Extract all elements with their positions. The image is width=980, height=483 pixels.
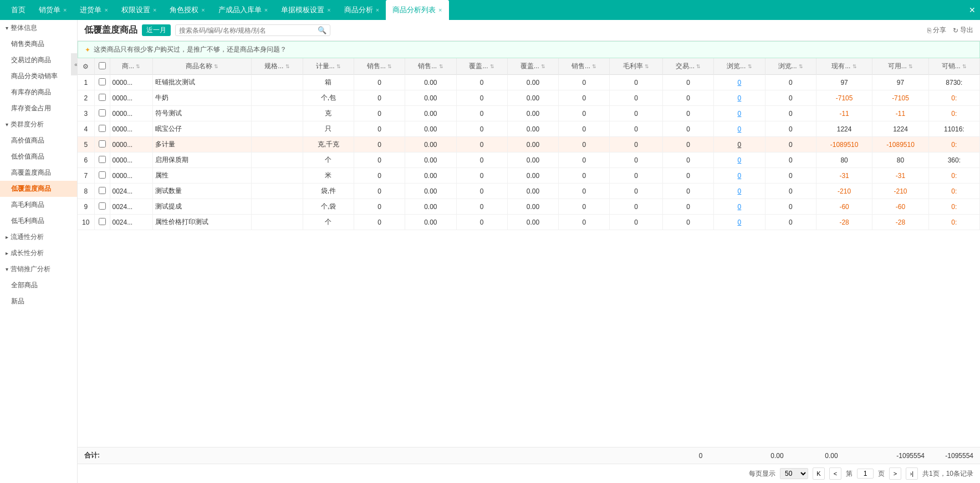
row-browse1[interactable]: 0	[714, 106, 765, 121]
current-page-input[interactable]	[857, 469, 874, 479]
share-icon: ⎘	[927, 27, 931, 34]
row-browse1[interactable]: 0	[714, 75, 765, 90]
row-select-checkbox[interactable]	[99, 140, 106, 148]
checkbox-th[interactable]	[94, 58, 110, 75]
close-icon[interactable]: ×	[438, 7, 442, 13]
chevron-down-icon: ▾	[6, 121, 8, 128]
row-checkbox[interactable]	[94, 168, 110, 184]
row-browse1[interactable]: 0	[714, 121, 765, 137]
row-select-checkbox[interactable]	[99, 171, 106, 179]
sidebar-item-low-value[interactable]: 低价值商品	[0, 149, 77, 165]
row-browse1[interactable]: 0	[714, 90, 765, 106]
row-browse1[interactable]: 0	[714, 137, 765, 152]
nav-sales-order[interactable]: 销货单 ×	[32, 0, 73, 20]
sidebar-collapse-button[interactable]: «	[71, 53, 78, 75]
row-checkbox[interactable]	[94, 184, 110, 199]
sidebar-item-all-products[interactable]: 全部商品	[0, 277, 77, 293]
th-cov2: 覆盖... ⇅	[507, 58, 558, 75]
prev-page-button[interactable]: <	[829, 467, 841, 480]
row-checkbox[interactable]	[94, 152, 110, 168]
row-checkbox[interactable]	[94, 137, 110, 152]
row-browse1[interactable]: 0	[714, 184, 765, 199]
per-page-select[interactable]: 50 10 20 100	[780, 468, 808, 479]
search-input[interactable]	[179, 27, 318, 34]
search-box[interactable]: 🔍	[175, 24, 330, 36]
next-page-button[interactable]: >	[889, 467, 901, 480]
select-all-checkbox[interactable]	[99, 62, 106, 69]
row-stock3: 0:	[928, 184, 979, 199]
export-button[interactable]: ↻ 导出	[953, 26, 973, 35]
settings-th[interactable]: ⚙	[78, 58, 94, 75]
close-icon[interactable]: ×	[327, 7, 330, 13]
row-select-checkbox[interactable]	[99, 156, 106, 163]
sidebar-item-high-margin[interactable]: 高毛利商品	[0, 197, 77, 213]
search-icon[interactable]: 🔍	[318, 26, 326, 34]
sidebar-item-new-products[interactable]: 新品	[0, 293, 77, 309]
pagination-bar: 每页显示 50 10 20 100 K < 第 页 > ›| 共1页，10条记录	[78, 464, 980, 483]
close-icon[interactable]: ×	[201, 7, 205, 13]
row-select-checkbox[interactable]	[99, 218, 106, 225]
row-select-checkbox[interactable]	[99, 78, 106, 85]
row-trade: 0	[663, 215, 714, 230]
th-margin: 毛利率 ⇅	[610, 58, 663, 75]
nav-home[interactable]: 首页	[4, 0, 32, 20]
close-all-tabs-icon[interactable]: ✕	[969, 6, 976, 14]
nav-purchase-order[interactable]: 进货单 ×	[73, 0, 114, 20]
nav-role-auth[interactable]: 角色授权 ×	[163, 0, 211, 20]
row-select-checkbox[interactable]	[99, 125, 106, 132]
row-browse1[interactable]: 0	[714, 199, 765, 215]
sidebar-item-low-coverage[interactable]: 低覆盖度商品	[0, 181, 77, 197]
first-page-button[interactable]: K	[813, 467, 825, 480]
row-browse1[interactable]: 0	[714, 152, 765, 168]
close-icon[interactable]: ×	[153, 7, 156, 13]
nav-permission-settings[interactable]: 权限设置 ×	[115, 0, 163, 20]
nav-product-analysis[interactable]: 商品分析 ×	[338, 0, 386, 20]
nav-template-settings[interactable]: 单据模板设置 ×	[274, 0, 337, 20]
close-icon[interactable]: ×	[376, 7, 379, 13]
period-button[interactable]: 近一月	[142, 24, 171, 36]
row-checkbox[interactable]	[94, 121, 110, 137]
row-spec	[252, 152, 303, 168]
row-checkbox[interactable]	[94, 106, 110, 121]
last-page-button[interactable]: ›|	[906, 467, 918, 480]
share-button[interactable]: ⎘ 分享	[927, 26, 946, 35]
row-select-checkbox[interactable]	[99, 109, 106, 116]
sidebar-item-high-coverage[interactable]: 高覆盖度商品	[0, 165, 77, 181]
row-checkbox[interactable]	[94, 199, 110, 215]
sidebar-item-low-margin[interactable]: 低毛利商品	[0, 213, 77, 229]
row-checkbox[interactable]	[94, 215, 110, 230]
sidebar-item-inventory-capital[interactable]: 库存资金占用	[0, 100, 77, 116]
th-name: 商品名称 ⇅	[153, 58, 252, 75]
row-browse1[interactable]: 0	[714, 215, 765, 230]
row-spec	[252, 75, 303, 90]
sidebar-item-traded-products[interactable]: 交易过的商品	[0, 52, 77, 68]
sidebar-section-overall[interactable]: ▾ 整体信息	[0, 20, 77, 36]
row-browse1[interactable]: 0	[714, 168, 765, 184]
close-icon[interactable]: ×	[63, 7, 67, 13]
row-select-checkbox[interactable]	[99, 187, 106, 194]
row-checkbox[interactable]	[94, 90, 110, 106]
th-cov1: 覆盖... ⇅	[456, 58, 507, 75]
sidebar-section-marketing[interactable]: ▾ 营销推广分析	[0, 261, 77, 277]
row-spec	[252, 106, 303, 121]
row-margin: 0	[610, 75, 663, 90]
row-sales-amt: 0.00	[405, 90, 456, 106]
row-select-checkbox[interactable]	[99, 94, 106, 101]
row-select-checkbox[interactable]	[99, 202, 106, 210]
sidebar-item-sales-products[interactable]: 销售类商品	[0, 36, 77, 52]
nav-product-analysis-list[interactable]: 商品分析列表 ×	[386, 0, 448, 20]
th-sales-qty: 销售... ⇅	[354, 58, 405, 75]
row-sales3: 0	[559, 168, 610, 184]
sidebar-section-growth[interactable]: ▸ 成长性分析	[0, 245, 77, 261]
th-stock2: 可用... ⇅	[872, 58, 928, 75]
nav-product-inbound[interactable]: 产成品入库单 ×	[212, 0, 274, 20]
close-icon[interactable]: ×	[104, 7, 108, 13]
close-icon[interactable]: ×	[264, 7, 268, 13]
row-sales-amt: 0.00	[405, 199, 456, 215]
sidebar-item-high-value[interactable]: 高价值商品	[0, 133, 77, 149]
sidebar-section-cluster[interactable]: ▾ 类群度分析	[0, 116, 77, 133]
row-checkbox[interactable]	[94, 75, 110, 90]
sidebar-section-flow[interactable]: ▸ 流通性分析	[0, 229, 77, 245]
sidebar-item-stocked-products[interactable]: 有库存的商品	[0, 84, 77, 100]
sidebar-item-category-turnover[interactable]: 商品分类动销率	[0, 68, 77, 84]
